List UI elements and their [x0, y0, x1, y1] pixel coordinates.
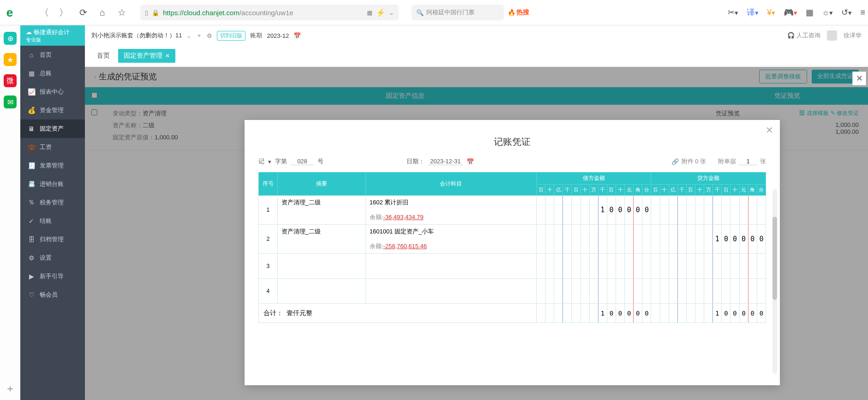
digit-cell[interactable] [677, 196, 686, 225]
digit-cell[interactable] [607, 254, 616, 279]
digit-cell[interactable]: 0 [722, 225, 730, 254]
digit-cell[interactable] [695, 279, 704, 304]
calendar-icon[interactable]: 📅 [467, 158, 474, 165]
row-summary[interactable]: 资产清理_二级 [277, 225, 365, 254]
add-book-icon[interactable]: ＋ [196, 31, 202, 40]
sidebar-item-0[interactable]: ⌂首页 [20, 46, 85, 64]
sidebar-item-11[interactable]: ⚙设置 [20, 249, 85, 267]
digit-cell[interactable]: 0 [739, 304, 748, 323]
chevron-down-icon[interactable]: ▾ [268, 158, 271, 165]
digit-cell[interactable] [589, 304, 598, 323]
digit-cell[interactable]: 0 [607, 196, 616, 225]
digit-cell[interactable] [713, 254, 722, 279]
digit-cell[interactable]: 0 [730, 225, 739, 254]
apps-icon[interactable]: ▦ [806, 7, 814, 18]
digit-cell[interactable]: 0 [625, 196, 634, 225]
digit-cell[interactable] [660, 196, 669, 225]
headset-icon[interactable]: 🎧 人工咨询 [787, 31, 820, 40]
digit-cell[interactable] [677, 225, 686, 254]
digit-cell[interactable] [686, 196, 695, 225]
digit-cell[interactable] [563, 196, 572, 225]
digit-cell[interactable] [572, 304, 581, 323]
book-name[interactable]: 刘小艳演示账套（勿删勿动！）11 [91, 31, 182, 40]
sidebar-item-13[interactable]: ♡畅会员 [20, 286, 85, 304]
digit-cell[interactable] [572, 225, 581, 254]
digit-cell[interactable] [625, 279, 634, 304]
panel-close-button[interactable]: ✕ [852, 72, 866, 85]
digit-cell[interactable] [537, 225, 545, 254]
digit-cell[interactable]: 0 [642, 304, 651, 323]
digit-cell[interactable] [554, 304, 563, 323]
digit-cell[interactable] [598, 225, 607, 254]
sidebar-item-1[interactable]: ▦总账 [20, 64, 85, 83]
modal-close-button[interactable]: ✕ [766, 125, 773, 136]
rail-add-icon[interactable]: ＋ [5, 382, 15, 395]
sidebar-item-10[interactable]: 🗄归档管理 [20, 230, 85, 249]
digit-cell[interactable] [554, 225, 563, 254]
menu-icon[interactable]: ≡ [860, 8, 865, 18]
digit-cell[interactable] [686, 254, 695, 279]
digit-cell[interactable]: 0 [757, 304, 766, 323]
sidebar-item-8[interactable]: ％税务管理 [20, 193, 85, 212]
digit-cell[interactable] [589, 279, 598, 304]
translate-icon[interactable]: 译▾ [747, 7, 759, 18]
sidebar-item-12[interactable]: ▶新手引导 [20, 267, 85, 286]
digit-cell[interactable]: 0 [642, 196, 651, 225]
digit-cell[interactable] [537, 279, 545, 304]
digit-cell[interactable] [748, 254, 757, 279]
digit-cell[interactable] [748, 279, 757, 304]
digit-cell[interactable] [739, 279, 748, 304]
digit-cell[interactable] [545, 225, 554, 254]
voucher-date[interactable]: 2023-12-31 [428, 158, 463, 165]
rail-app-1[interactable]: ⊕ [4, 32, 17, 45]
row-account[interactable] [365, 279, 536, 304]
digit-cell[interactable]: 0 [634, 304, 642, 323]
digit-cell[interactable] [589, 196, 598, 225]
row-summary[interactable] [277, 254, 365, 279]
digit-cell[interactable] [739, 254, 748, 279]
digit-cell[interactable] [757, 279, 766, 304]
digit-cell[interactable] [642, 254, 651, 279]
digit-cell[interactable] [686, 225, 695, 254]
digit-cell[interactable] [757, 196, 766, 225]
sidebar-item-5[interactable]: 💼工资 [20, 138, 85, 156]
digit-cell[interactable] [660, 304, 669, 323]
sidebar-item-2[interactable]: 📈报表中心 [20, 83, 85, 101]
digit-cell[interactable] [686, 279, 695, 304]
digit-cell[interactable] [704, 196, 713, 225]
tab-fixed-asset[interactable]: 固定资产管理✕ [118, 49, 175, 63]
digit-cell[interactable]: 1 [598, 196, 607, 225]
url-bar[interactable]: ▯ 🔒 https://cloud.chanjet.com/accounting… [140, 5, 399, 20]
digit-cell[interactable] [713, 279, 722, 304]
scissors-icon[interactable]: ✂▾ [728, 7, 738, 18]
digit-cell[interactable]: 0 [607, 304, 616, 323]
digit-cell[interactable] [634, 225, 642, 254]
digit-cell[interactable]: 0 [739, 225, 748, 254]
digit-cell[interactable] [695, 304, 704, 323]
digit-cell[interactable] [563, 279, 572, 304]
digit-cell[interactable] [572, 279, 581, 304]
qr-icon[interactable]: ▦ [367, 9, 372, 16]
user-name[interactable]: 徐泽华 [844, 31, 862, 40]
back-icon[interactable]: 〈 [39, 7, 50, 18]
period-value[interactable]: 2023-12 [267, 32, 289, 39]
digit-cell[interactable] [581, 196, 589, 225]
digit-cell[interactable]: 0 [616, 304, 625, 323]
digit-cell[interactable] [722, 254, 730, 279]
digit-cell[interactable] [616, 225, 625, 254]
digit-cell[interactable] [722, 196, 730, 225]
digit-cell[interactable]: 1 [713, 225, 722, 254]
digit-cell[interactable] [669, 304, 677, 323]
digit-cell[interactable]: 1 [598, 304, 607, 323]
digit-cell[interactable] [537, 196, 545, 225]
avatar[interactable] [827, 30, 837, 41]
digit-cell[interactable] [598, 279, 607, 304]
digit-cell[interactable] [651, 279, 660, 304]
digit-cell[interactable] [616, 279, 625, 304]
star-icon[interactable]: ☆ [116, 7, 127, 18]
browser-search[interactable]: 🔍 阿根廷中国行门票 [412, 5, 504, 20]
digit-cell[interactable] [581, 304, 589, 323]
digit-cell[interactable]: 0 [625, 304, 634, 323]
digit-cell[interactable] [625, 254, 634, 279]
digit-cell[interactable] [581, 225, 589, 254]
